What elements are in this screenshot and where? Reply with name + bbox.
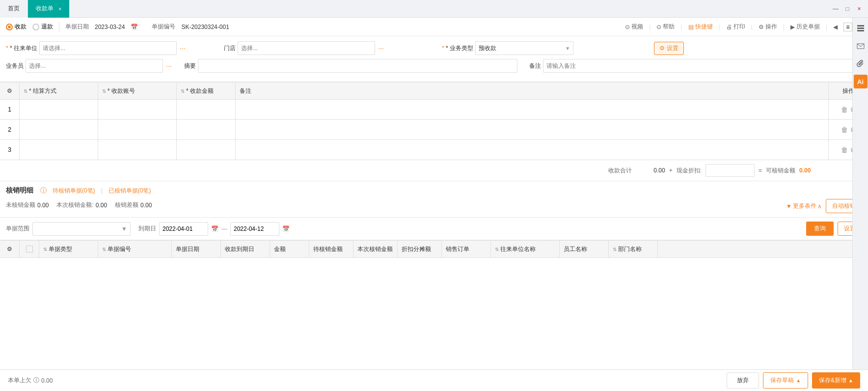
tab-close-icon[interactable]: ×: [58, 6, 61, 12]
video-button[interactable]: ⊙ 视频: [623, 22, 645, 32]
td-amount-input-3[interactable]: [181, 143, 231, 157]
th-amount-sort-icon[interactable]: ⇅: [181, 88, 185, 94]
range-select[interactable]: ▼: [32, 222, 131, 236]
biz-type-select[interactable]: 预收款 ▼: [475, 41, 573, 55]
save-new-button[interactable]: 保存&新增 ▲: [812, 372, 860, 389]
hx-done-tab[interactable]: 已核销单据(0笔): [108, 187, 151, 195]
th-settle: ⇅ * 结算方式: [20, 83, 98, 99]
unchecked-value: 0.00: [37, 202, 49, 209]
td-settle-2[interactable]: [20, 120, 98, 140]
tab-home[interactable]: 首页: [0, 0, 28, 18]
calendar-icon[interactable]: 📅: [131, 24, 138, 30]
row-number-2: 2: [8, 126, 11, 133]
td-amount-2[interactable]: [177, 120, 236, 140]
diff-value: 0.00: [140, 202, 152, 209]
bth-this: 本次核销金额: [353, 241, 398, 257]
delete-icon-1[interactable]: 🗑: [841, 106, 848, 113]
discount-label: 现金折扣:: [677, 167, 702, 175]
bth-no-sort-icon[interactable]: ⇅: [102, 247, 106, 252]
th-account-sort-icon[interactable]: ⇅: [102, 88, 106, 94]
td-settle-input-3[interactable]: [24, 143, 94, 157]
td-note-1[interactable]: [236, 100, 829, 119]
bth-type-sort-icon[interactable]: ⇅: [43, 247, 47, 252]
td-note-2[interactable]: [236, 120, 829, 140]
td-settle-3[interactable]: [20, 140, 98, 160]
th-settings[interactable]: ⚙: [0, 83, 20, 99]
bottom-info-icon[interactable]: ⓘ: [33, 376, 39, 385]
minimize-button[interactable]: —: [831, 4, 841, 14]
bottom-bar: 本单上欠 ⓘ 0.00 放弃 保存草稿 ▲ 保存&新增 ▲: [0, 369, 868, 391]
td-account-input-1[interactable]: [102, 103, 172, 116]
td-note-3[interactable]: [236, 140, 829, 160]
maximize-button[interactable]: □: [842, 4, 852, 14]
history-button[interactable]: ▶ 历史单据: [788, 22, 822, 32]
bth-check[interactable]: [20, 241, 39, 257]
td-settle-input-2[interactable]: [24, 123, 94, 137]
filter-icon: ▼: [786, 203, 792, 210]
nav-prev-button[interactable]: ◀: [831, 23, 840, 31]
shop-input[interactable]: [238, 41, 375, 55]
sidebar-email-icon[interactable]: [854, 39, 868, 53]
bth-settings[interactable]: ⚙: [0, 241, 20, 257]
discard-button[interactable]: 放弃: [727, 372, 759, 389]
td-account-2[interactable]: [98, 120, 177, 140]
td-settle-input-1[interactable]: [24, 103, 94, 116]
hx-pending-tab[interactable]: 待核销单据(0笔): [53, 187, 95, 195]
form-settings-button[interactable]: ⚙ 设置: [654, 42, 684, 55]
more-conditions-button[interactable]: ▼ 更多条件 ∧: [786, 202, 822, 210]
radio-receive[interactable]: 收款: [6, 23, 27, 31]
operation-icon: ⚙: [759, 24, 764, 30]
td-account-input-3[interactable]: [102, 143, 172, 157]
th-settle-sort-icon[interactable]: ⇅: [24, 88, 27, 94]
th-account: ⇅ * 收款账号: [98, 83, 177, 99]
td-note-input-3[interactable]: [240, 143, 824, 157]
query-button[interactable]: 查询: [806, 222, 834, 236]
td-account-1[interactable]: [98, 100, 177, 119]
td-settle-1[interactable]: [20, 100, 98, 119]
td-note-input-1[interactable]: [240, 103, 824, 116]
remark-input[interactable]: [543, 59, 862, 73]
hx-tab-sep: |: [101, 187, 103, 194]
delete-icon-3[interactable]: 🗑: [841, 146, 848, 154]
partner-more-icon[interactable]: ···: [180, 45, 186, 52]
td-note-input-2[interactable]: [240, 123, 824, 137]
right-sidebar: Ai: [852, 18, 868, 369]
staff-more-icon[interactable]: ···: [166, 62, 172, 69]
partner-input[interactable]: [39, 41, 177, 55]
td-amount-3[interactable]: [177, 140, 236, 160]
delete-icon-2[interactable]: 🗑: [841, 126, 848, 134]
due-date-to-input[interactable]: [230, 222, 279, 236]
list-view-button[interactable]: ≡: [843, 23, 852, 31]
bth-partner-sort-icon[interactable]: ⇅: [495, 247, 499, 252]
save-draft-button[interactable]: 保存草稿 ▲: [763, 372, 808, 389]
td-account-3[interactable]: [98, 140, 177, 160]
filter-row: 单据范围 ▼ 到期日 📅 — 📅 查询 设置: [0, 217, 868, 240]
staff-input[interactable]: [26, 59, 163, 73]
td-amount-input-2[interactable]: [181, 123, 231, 137]
sidebar-attach-icon[interactable]: [854, 57, 868, 71]
help-button[interactable]: ⊙ 帮助: [654, 22, 677, 32]
radio-return[interactable]: 退款: [32, 23, 53, 31]
summary-input[interactable]: [198, 59, 517, 73]
td-amount-1[interactable]: [177, 100, 236, 119]
main-content: 收款 退款 单据日期 2023-03-24 📅 单据编号 SK-20230324…: [0, 18, 868, 391]
due-date-from-input[interactable]: [159, 222, 208, 236]
sidebar-table-icon[interactable]: [854, 22, 868, 35]
close-button[interactable]: ×: [854, 4, 864, 14]
print-button[interactable]: 🖨 打印: [724, 22, 747, 32]
discount-input[interactable]: [705, 164, 755, 177]
shortcut-button[interactable]: ▤ 快捷键: [686, 22, 715, 32]
td-account-input-2[interactable]: [102, 123, 172, 137]
bth-dept-sort-icon[interactable]: ⇅: [613, 247, 617, 252]
this-hx-value: 0.00: [96, 202, 107, 209]
cal-to-icon[interactable]: 📅: [282, 225, 290, 232]
td-amount-input-1[interactable]: [181, 103, 231, 116]
sidebar-ai-icon[interactable]: Ai: [854, 75, 868, 88]
hx-info-icon[interactable]: ⓘ: [40, 186, 47, 195]
tab-active[interactable]: 收款单 ×: [28, 0, 69, 18]
cal-from-icon[interactable]: 📅: [211, 225, 218, 232]
shop-more-icon[interactable]: ···: [378, 45, 384, 52]
select-all-checkbox[interactable]: [26, 246, 33, 252]
remark-label: 备注: [529, 62, 541, 70]
operation-button[interactable]: ⚙ 操作: [757, 22, 779, 32]
